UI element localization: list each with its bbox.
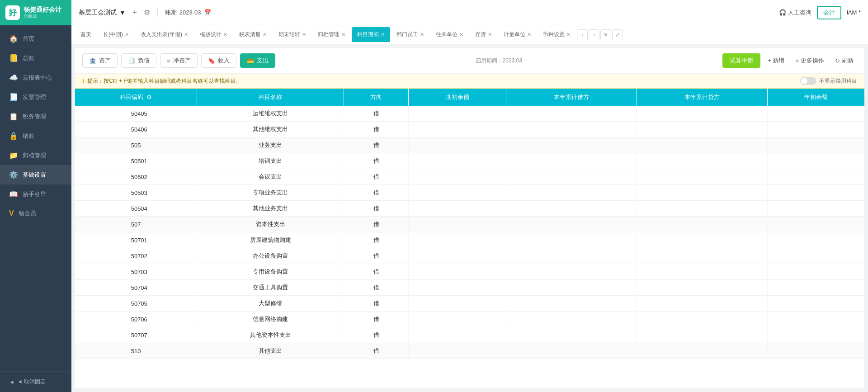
cell-ytd-debit: [506, 312, 637, 327]
sidebar-item-guide[interactable]: 📖 新手引导: [0, 184, 71, 204]
tab-income-annual[interactable]: 收入支出表(年报) ✕: [135, 27, 193, 42]
sidebar-item-member[interactable]: V 畅会员: [0, 204, 71, 223]
tab-close-all-button[interactable]: ✕: [600, 29, 611, 40]
filter-liabilities[interactable]: 📑 负债: [121, 53, 156, 68]
tab-close-icon[interactable]: ✕: [125, 32, 129, 38]
tab-expand-button[interactable]: ⤢: [612, 29, 623, 40]
cell-code: 50705: [75, 296, 197, 312]
tab-inventory[interactable]: 存货 ✕: [470, 27, 497, 42]
table-row[interactable]: 50501 培训支出 借: [75, 153, 864, 169]
col-settings-icon[interactable]: ⚙: [146, 94, 152, 100]
topbar-add-icon[interactable]: ＋: [131, 8, 138, 17]
tab-prev-button[interactable]: ‹: [577, 29, 588, 40]
cell-year-initial: [767, 122, 864, 137]
tab-close-icon[interactable]: ✕: [302, 32, 306, 38]
sidebar-item-archive[interactable]: 📁 归档管理: [0, 146, 71, 165]
tab-counterparty[interactable]: 往来单位 ✕: [430, 27, 469, 42]
tab-close-icon[interactable]: ✕: [184, 32, 188, 38]
tab-close-icon[interactable]: ✕: [223, 32, 227, 38]
chevron-down-icon[interactable]: ▼: [119, 9, 126, 16]
tab-next-button[interactable]: ›: [589, 29, 599, 40]
logo-name: 畅捷通好会计: [24, 6, 61, 14]
table-row[interactable]: 50706 信息网络购建 借: [75, 312, 864, 327]
toggle-switch[interactable]: [800, 77, 816, 85]
sidebar-item-tax[interactable]: 📋 税务管理: [0, 107, 71, 126]
topbar-settings-icon[interactable]: ⚙: [144, 8, 150, 17]
filter-label: 负债: [138, 57, 150, 65]
calc-balance-button[interactable]: 试算平衡: [722, 53, 760, 68]
service-button[interactable]: 🎧 人工咨询: [779, 9, 811, 17]
tab-close-icon[interactable]: ✕: [420, 32, 424, 38]
project-selector[interactable]: 基层工会测试 ▼: [79, 9, 126, 17]
add-button[interactable]: + 新增: [764, 54, 788, 67]
refresh-button[interactable]: ↻ 刷新: [831, 54, 857, 67]
table-row[interactable]: 50701 房屋建筑物购建 借: [75, 232, 864, 248]
tab-close-icon[interactable]: ✕: [566, 32, 571, 38]
tab-medium-period[interactable]: 长(中期) ✕: [98, 27, 134, 42]
expenditure-icon: 💳: [247, 57, 254, 64]
table-row[interactable]: 50406 其他维权支出 借: [75, 122, 864, 137]
table-row[interactable]: 50405 运维维权支出 借: [75, 106, 864, 122]
toggle-disabled-subjects[interactable]: 不显示禁用科目: [800, 77, 857, 85]
table-row[interactable]: 50504 其他业务支出 借: [75, 201, 864, 217]
table-row[interactable]: 505 业务支出 借: [75, 137, 864, 153]
cell-name: 培训支出: [197, 153, 344, 169]
sidebar-item-settings[interactable]: ⚙️ 基础设置: [0, 165, 71, 184]
filter-expenditure[interactable]: 💳 支出: [240, 53, 275, 68]
filter-label: 净资产: [173, 57, 191, 65]
sidebar-item-general-ledger[interactable]: 📒 总账: [0, 48, 71, 68]
cell-ytd-debit: [506, 217, 637, 232]
tab-template-design[interactable]: 模版设计 ✕: [194, 27, 233, 42]
tab-period-close[interactable]: 期末结转 ✕: [273, 27, 311, 42]
table-row[interactable]: 50503 专项业务支出 借: [75, 185, 864, 201]
sidebar-item-cloud-reports[interactable]: ☁️ 云报表中心: [0, 68, 71, 87]
cell-ytd-credit: [637, 122, 768, 137]
tab-label: 币种设置: [543, 31, 565, 38]
tab-label: 计量单位: [504, 31, 525, 38]
tab-close-icon[interactable]: ✕: [459, 32, 463, 38]
tab-subject-initial[interactable]: 科目期初 ✕: [352, 27, 390, 42]
tab-close-icon[interactable]: ✕: [263, 32, 267, 38]
tab-close-icon[interactable]: ✕: [527, 32, 531, 38]
cell-ytd-debit: [506, 327, 637, 343]
table-row[interactable]: 50502 会议支出 借: [75, 169, 864, 185]
calendar-icon[interactable]: 📅: [204, 9, 211, 16]
tab-archive[interactable]: 归档管理 ✕: [312, 27, 351, 42]
tab-label: 长(中期): [103, 31, 123, 38]
table-row[interactable]: 510 其他支出 借: [75, 343, 864, 359]
filter-assets[interactable]: 🏦 资产: [82, 53, 118, 68]
filter-income[interactable]: 🔖 收入: [201, 53, 236, 68]
table-row[interactable]: 50704 交通工具购置 借: [75, 280, 864, 296]
table-row[interactable]: 50702 办公设备购置 借: [75, 248, 864, 264]
collapse-icon: ◄: [9, 379, 14, 385]
table-row[interactable]: 50705 大型修缮 借: [75, 296, 864, 312]
cell-code: 50504: [75, 201, 197, 217]
tab-close-icon[interactable]: ✕: [488, 32, 492, 38]
tab-currency[interactable]: 币种设置 ✕: [538, 27, 576, 42]
tabbar: 首页 长(中期) ✕ 收入支出表(年报) ✕ 模版设计 ✕ 税表清册 ✕ 期末结…: [71, 25, 868, 44]
table-row[interactable]: 50707 其他资本性支出 借: [75, 327, 864, 343]
cell-name: 其他资本性支出: [197, 327, 344, 343]
tab-unit[interactable]: 计量单位 ✕: [498, 27, 537, 42]
sidebar-item-home[interactable]: 🏠 首页: [0, 29, 71, 48]
tab-close-icon[interactable]: ✕: [381, 32, 385, 38]
table-row[interactable]: 507 资本性支出 借: [75, 217, 864, 232]
filter-net-assets[interactable]: ≡ 净资产: [160, 53, 198, 68]
more-ops-button[interactable]: ≡ 更多操作: [792, 54, 828, 67]
sidebar-footer[interactable]: ◄ ◄ 取消固定: [0, 371, 71, 392]
sidebar-item-invoice[interactable]: 🧾 发票管理: [0, 87, 71, 107]
tab-home[interactable]: 首页: [75, 27, 97, 42]
sidebar-item-label: 云报表中心: [23, 74, 52, 82]
tab-tax-register[interactable]: 税表清册 ✕: [234, 27, 272, 42]
cell-code: 50502: [75, 169, 197, 185]
cell-initial-balance: [409, 137, 506, 153]
table-row[interactable]: 50703 专用设备购置 借: [75, 264, 864, 280]
col-code: 科目编码 ⚙: [75, 89, 197, 106]
cell-ytd-debit: [506, 232, 637, 248]
cell-ytd-credit: [637, 232, 768, 248]
tab-close-icon[interactable]: ✕: [341, 32, 345, 38]
kuaiji-button[interactable]: 会计: [817, 6, 841, 19]
sidebar-item-closing[interactable]: 🔒 结账: [0, 126, 71, 146]
cell-ytd-debit: [506, 264, 637, 280]
tab-department-staff[interactable]: 部门员工 ✕: [391, 27, 429, 42]
